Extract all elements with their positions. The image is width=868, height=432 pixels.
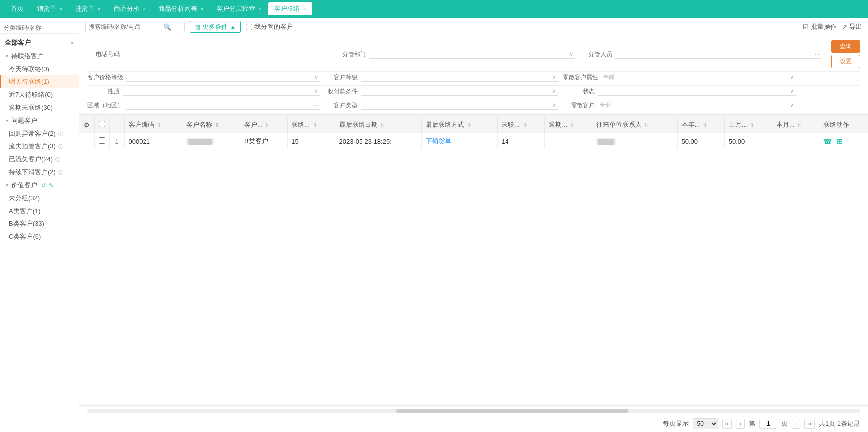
close-sales-order-icon[interactable]: × bbox=[59, 6, 62, 12]
sidebar-search-input[interactable] bbox=[4, 24, 78, 31]
refresh-icon[interactable]: ↺ bbox=[41, 182, 46, 189]
next-page-btn[interactable]: › bbox=[792, 419, 800, 429]
row-action-cell[interactable]: ☎ ⊞ bbox=[819, 133, 868, 149]
last-contact-method-header[interactable]: 最后联络方式 ⇅ bbox=[421, 117, 497, 133]
filter-region: 区域（地区） ··· bbox=[87, 101, 320, 110]
dept-select[interactable]: ∨ bbox=[369, 50, 575, 59]
select-all-checkbox[interactable] bbox=[99, 121, 105, 127]
person-label: 分管人员 bbox=[580, 50, 612, 59]
row-last-contact-method-cell[interactable]: 下销货单 bbox=[421, 133, 497, 149]
content-area: 🔍 ▦ 更多条件 ▲ 我分管的客户 ☑ 批量操作 ↗ 导出 bbox=[79, 18, 868, 432]
search-input[interactable] bbox=[89, 23, 163, 30]
check-column-header[interactable] bbox=[94, 117, 109, 133]
per-page-select[interactable]: 50 100 200 bbox=[693, 418, 718, 429]
sidebar-item-c-class[interactable]: C类客户(6) bbox=[0, 230, 79, 243]
code-column-header[interactable]: 客户编码 ⇅ bbox=[124, 117, 182, 133]
close-product-analysis-list-icon[interactable]: × bbox=[200, 6, 203, 12]
prev-page-btn[interactable]: ‹ bbox=[736, 419, 745, 429]
phone-action-icon[interactable]: ☎ bbox=[823, 137, 832, 145]
all-customers-header[interactable]: 全部客户 « bbox=[0, 36, 79, 50]
chevron-down-icon-3: ∨ bbox=[552, 74, 556, 80]
pending-contact-group[interactable]: ▼ 待联络客户 bbox=[0, 50, 79, 63]
customer-type-select[interactable]: ∨ bbox=[361, 101, 558, 110]
nav-home[interactable]: 首页 bbox=[5, 2, 30, 15]
table-header-row: ⚙ 客户编码 ⇅ 客户名称 ⇅ 客户... ⇅ bbox=[79, 117, 868, 133]
nav-purchase-order[interactable]: 进货单 × bbox=[69, 2, 106, 15]
gear-column-header[interactable]: ⚙ bbox=[79, 117, 94, 133]
retail-attr-select[interactable]: 全部 ∨ bbox=[601, 72, 796, 82]
main-layout: 🔍 全部客户 « ▼ 待联络客户 今天待联络(0) 明天待联络(1) 近7天待联… bbox=[0, 18, 868, 432]
query-button[interactable]: 查询 bbox=[831, 40, 860, 53]
this-month-header[interactable]: 本月... ⇅ bbox=[772, 117, 819, 133]
scrollbar-thumb[interactable] bbox=[396, 409, 628, 413]
sidebar-item-today-contact[interactable]: 今天待联络(0) bbox=[0, 63, 79, 75]
sidebar-item-overdue-contact[interactable]: 逾期未联络(30) bbox=[0, 101, 79, 114]
sidebar-item-repurchase-anomaly[interactable]: 回购异常客户(2) ⓘ bbox=[0, 127, 79, 140]
sidebar-item-ungrouped[interactable]: 未分组(32) bbox=[0, 192, 79, 205]
close-purchase-order-icon[interactable]: × bbox=[97, 6, 100, 12]
search-icon[interactable]: 🔍 bbox=[163, 23, 171, 31]
export-icon: ↗ bbox=[842, 23, 847, 31]
last-month-header[interactable]: 上月... ⇅ bbox=[724, 117, 772, 133]
sort-contacts-icon: ⇅ bbox=[313, 122, 317, 128]
filter-payment: 收付款条件 ∨ bbox=[325, 87, 558, 96]
nav-customer-layer[interactable]: 客户分层经营 × bbox=[211, 2, 267, 15]
last-contact-date-header[interactable]: 最后联络日期 ⇅ bbox=[335, 117, 421, 133]
first-page-btn[interactable]: « bbox=[722, 419, 732, 429]
retail-customer-select[interactable]: 全部 ∨ bbox=[598, 100, 796, 110]
overdue-header[interactable]: 逾期... ⇅ bbox=[545, 117, 592, 133]
sidebar-item-b-class[interactable]: B类客户(33) bbox=[0, 217, 79, 230]
customer-level-select[interactable]: ∨ bbox=[361, 73, 558, 82]
my-customers-filter[interactable]: 我分管的客户 bbox=[246, 22, 293, 31]
customer-value-select[interactable]: ∨ bbox=[126, 73, 320, 82]
row-check-cell[interactable] bbox=[94, 133, 109, 149]
export-btn[interactable]: ↗ 导出 bbox=[842, 22, 862, 31]
name-column-header[interactable]: 客户名称 ⇅ bbox=[182, 117, 240, 133]
sidebar-collapse-icon[interactable]: « bbox=[71, 39, 74, 46]
sidebar-item-a-class[interactable]: A类客户(1) bbox=[0, 205, 79, 217]
payment-select[interactable]: ∨ bbox=[361, 87, 558, 96]
sidebar-item-7days-contact[interactable]: 近7天待联络(0) bbox=[0, 88, 79, 101]
top-nav: 首页 销货单 × 进货单 × 商品分析 × 商品分析列表 × 客户分层经营 × … bbox=[0, 0, 868, 18]
sidebar-item-churn-warning[interactable]: 流失预警客户(3) ⓘ bbox=[0, 140, 79, 153]
nav-sales-order[interactable]: 销货单 × bbox=[31, 2, 68, 15]
nav-product-analysis[interactable]: 商品分析 × bbox=[108, 2, 151, 15]
close-product-analysis-icon[interactable]: × bbox=[143, 6, 145, 12]
nav-customer-contact[interactable]: 客户联络 × bbox=[268, 2, 312, 15]
region-select[interactable]: ··· bbox=[126, 101, 320, 110]
close-customer-layer-icon[interactable]: × bbox=[258, 6, 261, 12]
row-checkbox[interactable] bbox=[99, 137, 105, 144]
region-ellipsis-icon[interactable]: ··· bbox=[314, 102, 318, 108]
contacts-column-header[interactable]: 联络... ⇅ bbox=[288, 117, 335, 133]
problem-customers-group[interactable]: ▼ 问题客户 bbox=[0, 114, 79, 127]
sidebar-item-tomorrow-contact[interactable]: 明天待联络(1) bbox=[0, 75, 79, 88]
ellipsis-icon[interactable]: ··· bbox=[815, 51, 819, 57]
sidebar-item-churned[interactable]: 已流失客户(24) ⓘ bbox=[0, 153, 79, 166]
this-year-header[interactable]: 本年... ⇅ bbox=[677, 117, 724, 133]
horizontal-scrollbar[interactable] bbox=[79, 406, 868, 415]
batch-operation-btn[interactable]: ☑ 批量操作 bbox=[803, 22, 837, 31]
phone-input[interactable] bbox=[123, 50, 329, 59]
settings-button[interactable]: 设置 bbox=[831, 55, 860, 68]
chevron-down-icon-9: ∨ bbox=[790, 102, 794, 108]
value-customers-group[interactable]: ▼ 价值客户 ↺ ✎ bbox=[0, 179, 79, 192]
status-select[interactable]: ∨ bbox=[598, 87, 796, 96]
chevron-down-icon-5: ∨ bbox=[314, 88, 318, 94]
chevron-down-icon-7: ∨ bbox=[790, 88, 794, 94]
type-column-header[interactable]: 客户... ⇅ bbox=[240, 117, 287, 133]
no-contact-header[interactable]: 未联... ⇅ bbox=[498, 117, 545, 133]
scrollbar-track[interactable] bbox=[87, 409, 860, 413]
filter-row-4: 区域（地区） ··· 客户类型 ∨ 零散客户 全部 bbox=[87, 100, 860, 110]
close-customer-contact-icon[interactable]: × bbox=[303, 6, 306, 12]
person-select[interactable]: ··· bbox=[615, 50, 821, 59]
page-input[interactable] bbox=[759, 419, 777, 429]
more-conditions-btn[interactable]: ▦ 更多条件 ▲ bbox=[190, 21, 241, 33]
nav-product-analysis-list[interactable]: 商品分析列表 × bbox=[152, 2, 209, 15]
grid-action-icon[interactable]: ⊞ bbox=[837, 137, 843, 145]
sidebar-item-declining[interactable]: 持续下滑客户(2) ⓘ bbox=[0, 166, 79, 179]
unit-contact-header[interactable]: 往来单位联系人 ⇅ bbox=[592, 117, 677, 133]
my-customers-checkbox[interactable] bbox=[246, 24, 252, 30]
edit-value-icon[interactable]: ✎ bbox=[49, 182, 53, 189]
gender-select[interactable]: ∨ bbox=[123, 87, 320, 96]
last-page-btn[interactable]: » bbox=[804, 419, 815, 429]
